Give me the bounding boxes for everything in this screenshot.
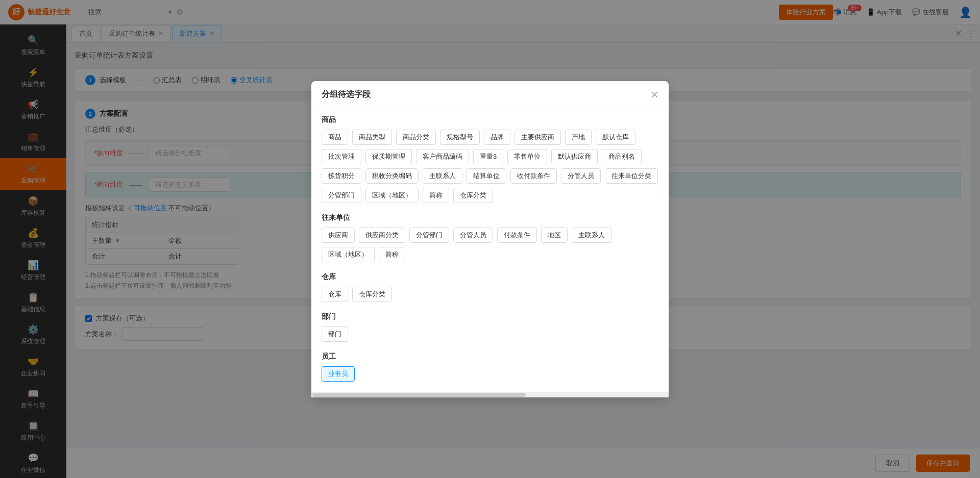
field-tag-origin[interactable]: 产地 xyxy=(565,130,592,145)
modal-overlay[interactable]: 分组待选字段 ✕ 商品商品商品类型商品分类规格型号品牌主要供应商产地默认仓库批次… xyxy=(0,0,980,478)
field-tag-goods[interactable]: 商品 xyxy=(322,130,348,145)
field-tag-spec-type[interactable]: 规格型号 xyxy=(440,130,480,145)
field-tag-contact-main[interactable]: 主联系人 xyxy=(572,228,611,243)
field-tag-batch-management[interactable]: 批次管理 xyxy=(322,149,361,164)
field-tag-dept-person[interactable]: 分管人员 xyxy=(453,228,493,243)
field-tag-region[interactable]: 地区 xyxy=(541,228,568,243)
field-tag-goods-type[interactable]: 商品类型 xyxy=(352,130,392,145)
field-tags-goods: 商品商品类型商品分类规格型号品牌主要供应商产地默认仓库批次管理保质期管理客户商品… xyxy=(322,130,658,203)
modal-body: 商品商品商品类型商品分类规格型号品牌主要供应商产地默认仓库批次管理保质期管理客户… xyxy=(311,107,669,392)
field-tag-from-unit-category[interactable]: 往来单位分类 xyxy=(605,168,658,184)
modal-title: 分组待选字段 xyxy=(322,89,371,100)
field-tag-dept-field[interactable]: 部门 xyxy=(322,326,348,342)
field-tag-goods-alias[interactable]: 商品别名 xyxy=(602,149,642,164)
field-tag-dept[interactable]: 分管部门 xyxy=(409,228,449,243)
field-group-partner: 往来单位供应商供应商分类分管部门分管人员付款条件地区主联系人区域（地区）简称 xyxy=(322,213,658,262)
field-group-goods: 商品商品商品类型商品分类规格型号品牌主要供应商产地默认仓库批次管理保质期管理客户… xyxy=(322,115,658,203)
modal-close-button[interactable]: ✕ xyxy=(651,89,658,100)
field-group-warehouse: 仓库仓库仓库分类 xyxy=(322,272,658,302)
field-group-staff: 员工业务员 xyxy=(322,352,658,382)
modal-hscroll-thumb[interactable] xyxy=(312,393,526,397)
field-tag-default-warehouse[interactable]: 默认仓库 xyxy=(596,130,635,145)
field-tag-goods-category[interactable]: 商品分类 xyxy=(396,130,436,145)
field-group-title-partner: 往来单位 xyxy=(322,213,658,222)
field-tag-expiry-management[interactable]: 保质期管理 xyxy=(365,149,412,164)
field-tag-manager[interactable]: 分管人员 xyxy=(561,168,601,184)
modal: 分组待选字段 ✕ 商品商品商品类型商品分类规格型号品牌主要供应商产地默认仓库批次… xyxy=(311,81,669,397)
field-tag-tax-code[interactable]: 税收分类编码 xyxy=(365,168,419,184)
field-tag-retail-unit[interactable]: 零售单位 xyxy=(507,149,547,164)
field-tag-settlement-unit[interactable]: 结算单位 xyxy=(467,168,506,184)
field-tag-warehouse-category[interactable]: 仓库分类 xyxy=(453,188,493,203)
field-tags-warehouse: 仓库仓库分类 xyxy=(322,287,658,302)
field-group-title-department: 部门 xyxy=(322,312,658,321)
field-tag-supplier[interactable]: 供应商 xyxy=(322,228,355,243)
modal-header: 分组待选字段 ✕ xyxy=(311,81,669,107)
field-tag-payment-cond[interactable]: 付款条件 xyxy=(497,228,537,243)
field-tag-customer-code[interactable]: 客户商品编码 xyxy=(416,149,469,164)
field-tag-short-name2[interactable]: 简称 xyxy=(379,247,405,262)
field-group-department: 部门部门 xyxy=(322,312,658,342)
field-tag-warehouse-cat[interactable]: 仓库分类 xyxy=(352,287,392,302)
field-tag-weight3[interactable]: 重量3 xyxy=(473,149,503,164)
field-tag-supplier-category[interactable]: 供应商分类 xyxy=(359,228,405,243)
field-tag-area-region2[interactable]: 区域（地区） xyxy=(322,247,375,262)
field-tag-main-contact[interactable]: 主联系人 xyxy=(423,168,462,184)
field-tag-short-name[interactable]: 简称 xyxy=(423,188,449,203)
field-tags-department: 部门 xyxy=(322,326,658,342)
field-tag-warehouse[interactable]: 仓库 xyxy=(322,287,348,302)
field-group-title-goods: 商品 xyxy=(322,115,658,124)
field-tag-default-supplier[interactable]: 默认供应商 xyxy=(551,149,598,164)
field-tag-pick-points[interactable]: 拣货积分 xyxy=(322,168,361,184)
field-group-title-staff: 员工 xyxy=(322,352,658,361)
field-group-title-warehouse: 仓库 xyxy=(322,272,658,282)
field-tag-main-supplier[interactable]: 主要供应商 xyxy=(514,130,561,145)
field-tag-managing-dept[interactable]: 分管部门 xyxy=(322,188,361,203)
field-tags-staff: 业务员 xyxy=(322,366,658,382)
field-tag-payment-terms[interactable]: 收付款条件 xyxy=(510,168,557,184)
field-tags-partner: 供应商供应商分类分管部门分管人员付款条件地区主联系人区域（地区）简称 xyxy=(322,228,658,262)
field-tag-area-region[interactable]: 区域（地区） xyxy=(365,188,419,203)
field-tag-brand[interactable]: 品牌 xyxy=(484,130,510,145)
field-tag-salesperson[interactable]: 业务员 xyxy=(322,366,355,382)
modal-hscrollbar[interactable] xyxy=(311,392,669,397)
